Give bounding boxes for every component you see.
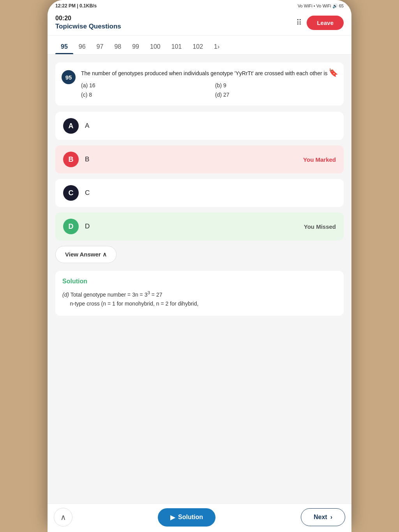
question-num-100[interactable]: 100 — [145, 40, 166, 54]
option-c-label: C — [85, 189, 90, 197]
question-num-96[interactable]: 96 — [73, 40, 91, 54]
option-d-label: D — [85, 223, 90, 230]
answer-option-d[interactable]: D D You Missed — [55, 212, 344, 240]
status-network: Vo WiFi • Vo WiFi 🔊 65 — [298, 4, 344, 9]
question-card: 95 The number of genotypes produced when… — [55, 62, 344, 106]
question-num-102[interactable]: 102 — [187, 40, 208, 54]
option-d-status: You Missed — [304, 223, 336, 230]
question-number-badge: 95 — [62, 70, 76, 84]
option-c-text: (c) 8 — [81, 91, 203, 99]
next-button[interactable]: Next › — [301, 508, 345, 526]
option-a-text: (a) 16 — [81, 81, 203, 89]
option-a-label: A — [85, 122, 89, 130]
dots-icon[interactable]: ⠿ — [296, 18, 302, 27]
option-b-text: (b) 9 — [215, 81, 337, 89]
header-title: Topicwise Questions — [55, 23, 121, 30]
question-num-97[interactable]: 97 — [91, 40, 109, 54]
header-right: ⠿ Leave — [296, 16, 344, 30]
app-header: 00:20 Topicwise Questions ⠿ Leave — [48, 11, 351, 35]
scroll-up-button[interactable]: ∧ — [54, 508, 72, 527]
option-c-circle: C — [63, 185, 79, 201]
question-options: (a) 16 (b) 9 (c) 8 (d) 27 — [81, 81, 337, 99]
question-numbers-row: 95 96 97 98 99 100 101 102 1› — [48, 35, 351, 55]
question-num-99[interactable]: 99 — [127, 40, 145, 54]
answer-option-b[interactable]: B B You Marked — [55, 145, 344, 173]
play-icon: ▶ — [170, 514, 175, 521]
next-chevron-icon: › — [330, 514, 332, 521]
header-left: 00:20 Topicwise Questions — [55, 15, 121, 30]
question-num-95[interactable]: 95 — [55, 40, 73, 54]
status-bar: 12:22 PM | 0.1KB/s Vo WiFi • Vo WiFi 🔊 6… — [48, 0, 351, 11]
option-d-text: (d) 27 — [215, 91, 337, 99]
answer-option-c[interactable]: C C — [55, 179, 344, 207]
up-icon: ∧ — [60, 513, 66, 522]
option-b-label: B — [85, 156, 89, 163]
option-b-circle: B — [63, 152, 79, 167]
bottom-bar: ∧ ▶ Solution Next › — [48, 504, 351, 532]
option-a-circle: A — [63, 118, 79, 134]
question-num-98[interactable]: 98 — [109, 40, 127, 54]
main-content: 95 The number of genotypes produced when… — [48, 55, 351, 361]
solution-title: Solution — [62, 278, 337, 285]
timer: 00:20 — [55, 15, 121, 22]
status-time: 12:22 PM | 0.1KB/s — [55, 3, 97, 9]
answer-option-a[interactable]: A A — [55, 112, 344, 140]
solution-text: (d) Total genotype number = 3n = 33 = 27… — [62, 289, 337, 309]
bookmark-icon[interactable]: 🔖 — [328, 68, 338, 77]
solution-button[interactable]: ▶ Solution — [158, 508, 215, 527]
option-d-circle: D — [63, 219, 79, 234]
question-text: The number of genotypes produced when in… — [81, 69, 337, 78]
leave-button[interactable]: Leave — [307, 16, 344, 30]
question-num-more[interactable]: 1› — [208, 40, 225, 54]
question-num-101[interactable]: 101 — [166, 40, 187, 54]
view-answer-button[interactable]: View Answer ∧ — [55, 246, 117, 263]
option-b-status: You Marked — [303, 156, 336, 163]
question-content: The number of genotypes produced when in… — [81, 69, 337, 99]
solution-section: Solution (d) Total genotype number = 3n … — [55, 271, 344, 316]
